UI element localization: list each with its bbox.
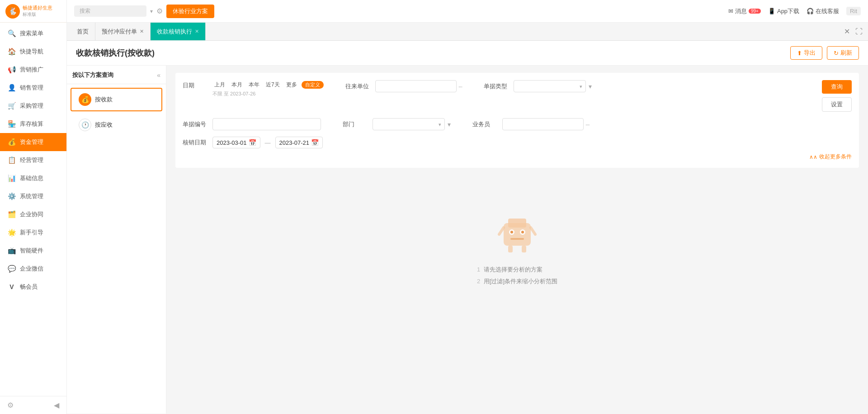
wechat-icon: 💬 [7,264,16,273]
verify-date-end-calendar-icon[interactable]: 📅 [311,139,319,146]
export-button[interactable]: ⬆ 导出 [790,46,822,60]
refresh-button[interactable]: ↻ 刷新 [827,46,859,60]
settings-button[interactable]: 设置 [822,97,852,112]
tab-receipt-close-icon[interactable]: ✕ [195,29,199,34]
filter-panel: 按以下方案查询 « 💰 按收款 🕐 按应收 [67,66,166,414]
app-name: 畅捷通好生意 [23,5,52,11]
by-receipt-icon: 💰 [79,93,91,106]
home-icon: 🏠 [7,47,16,56]
message-label: 消息 [735,7,747,15]
service-label: 在线客服 [816,7,839,15]
sidebar-item-system[interactable]: ⚙️ 系统管理 [0,187,66,205]
message-button[interactable]: ✉ 消息 99+ [728,7,761,15]
sidebar-item-basic-info[interactable]: 📊 基础信息 [0,169,66,187]
tab-prepay[interactable]: 预付冲应付单 ✕ [95,23,151,40]
sidebar-collapse-icon[interactable]: ◀ [54,401,59,409]
user-profile[interactable]: Rit [846,7,861,15]
sidebar-label-member: 畅会员 [20,283,38,291]
sidebar-item-enterprise[interactable]: 🗂️ 企业协同 [0,205,66,224]
guide-icon: 🌟 [7,228,16,237]
staff-dots-button[interactable]: ··· [585,121,590,128]
app-download-button[interactable]: 📱 App下载 [768,7,799,15]
sidebar-settings-icon[interactable]: ⚙ [7,401,14,409]
filter-option-by-receipt[interactable]: 💰 按收款 [71,88,162,111]
dept-dropdown-icon[interactable]: ▾ [448,121,451,128]
sidebar-item-marketing[interactable]: 📢 营销推广 [0,61,66,79]
tab-prepay-close-icon[interactable]: ✕ [140,29,144,34]
sidebar-label-sales: 销售管理 [20,84,43,92]
empty-hint-line2: 2 用[过滤]条件来缩小分析范围 [477,276,557,287]
search-placeholder: 搜索 [80,8,90,14]
expand-tab-button[interactable]: ⛶ [854,26,864,37]
tab-receipt-cancel[interactable]: 收款核销执行 ✕ [151,23,206,40]
tab-action-group: ✕ ⛶ [842,26,864,37]
inventory-icon: 🏪 [7,119,16,128]
date-range-hint: 不限 至 2023-07-26 [212,90,324,97]
close-all-tabs-button[interactable]: ✕ [842,26,852,37]
sidebar-item-guide[interactable]: 🌟 新手引导 [0,224,66,242]
query-area: 日期 上月 本月 本年 近7天 更多 自定义 [166,66,868,414]
refresh-icon: ↻ [834,50,839,57]
query-button[interactable]: 查询 [822,80,852,94]
topbar-search-box[interactable]: 搜索 [74,5,146,17]
sidebar-item-search[interactable]: 🔍 搜索菜单 [0,24,66,43]
date-btn-more[interactable]: 更多 [284,80,299,90]
topbar: 搜索 ▾ ⚙ 休验行业方案 ✉ 消息 99+ 📱 App下载 🎧 在线客服 Ri… [67,0,868,23]
sidebar-item-inventory[interactable]: 🏪 库存核算 [0,115,66,133]
sidebar-label-search: 搜索菜单 [20,29,43,38]
tab-home-label: 首页 [77,28,89,36]
collapse-more-button[interactable]: ∧∧ 收起更多条件 [809,153,852,161]
filter-panel-collapse-icon[interactable]: « [157,71,160,79]
page-header-actions: ⬆ 导出 ↻ 刷新 [790,46,859,60]
content-area: 收款核销执行(按收款) ⬆ 导出 ↻ 刷新 按以下方案查询 « [67,41,868,414]
empty-hint-line1: 1 请先选择要分析的方案 [477,264,557,276]
staff-field: ··· [502,118,590,130]
sidebar-item-quick-nav[interactable]: 🏠 快捷导航 [0,43,66,61]
app-icon: 📱 [768,8,775,14]
tab-bar: 首页 预付冲应付单 ✕ 收款核销执行 ✕ ✕ ⛶ [67,23,868,41]
solution-button[interactable]: 休验行业方案 [166,5,214,18]
tab-home[interactable]: 首页 [71,23,95,40]
date-btn-this-month[interactable]: 本月 [230,80,244,90]
date-btn-last-month[interactable]: 上月 [212,80,227,90]
topbar-chevron-icon[interactable]: ▾ [150,8,153,14]
doc-type-select[interactable] [514,80,586,92]
sidebar-item-operation[interactable]: 📋 经营管理 [0,151,66,169]
sidebar-item-sales[interactable]: 👤 销售管理 [0,79,66,97]
sidebar-label-inventory: 库存核算 [20,120,43,128]
sidebar-item-purchase[interactable]: 🛒 采购管理 [0,97,66,115]
verify-date-end: 2023-07-21 [279,139,310,146]
date-btn-7days[interactable]: 近7天 [264,80,282,90]
content-body: 按以下方案查询 « 💰 按收款 🕐 按应收 [67,66,868,414]
sidebar-item-wechat[interactable]: 💬 企业微信 [0,260,66,278]
verify-date-start-calendar-icon[interactable]: 📅 [249,139,256,146]
sidebar-item-member[interactable]: V 畅会员 [0,278,66,296]
basic-info-icon: 📊 [7,174,16,183]
chevron-up-icon: ∧∧ [809,154,817,160]
partner-dots-button[interactable]: ··· [458,83,462,90]
doc-num-input[interactable] [212,118,321,130]
topbar-gear-icon[interactable]: ⚙ [156,7,163,15]
sidebar-item-finance[interactable]: 💰 资金管理 [0,133,66,151]
staff-label: 业务员 [472,120,500,128]
sidebar-label-quick-nav: 快捷导航 [20,48,43,56]
svg-rect-1 [508,219,526,228]
tab-prepay-label: 预付冲应付单 [102,28,137,36]
partner-input[interactable] [375,80,457,92]
filter-option-by-receivable[interactable]: 🕐 按应收 [71,113,162,137]
sidebar-label-basic-info: 基础信息 [20,174,43,182]
sidebar-label-wechat: 企业微信 [20,265,43,273]
date-custom-badge[interactable]: 自定义 [302,81,324,89]
sidebar-item-hardware[interactable]: 📺 智能硬件 [0,242,66,260]
online-service-button[interactable]: 🎧 在线客服 [807,7,839,15]
sidebar-label-finance: 资金管理 [20,138,43,146]
staff-input[interactable] [502,118,584,130]
date-btn-this-year[interactable]: 本年 [247,80,261,90]
dept-select[interactable] [373,118,445,130]
doc-type-dropdown-icon[interactable]: ▾ [589,83,592,90]
svg-point-4 [510,231,513,233]
enterprise-icon: 🗂️ [7,210,16,219]
partner-label: 往来单位 [345,82,373,90]
sidebar-bottom: ⚙ ◀ [0,396,66,414]
hardware-icon: 📺 [7,246,16,255]
